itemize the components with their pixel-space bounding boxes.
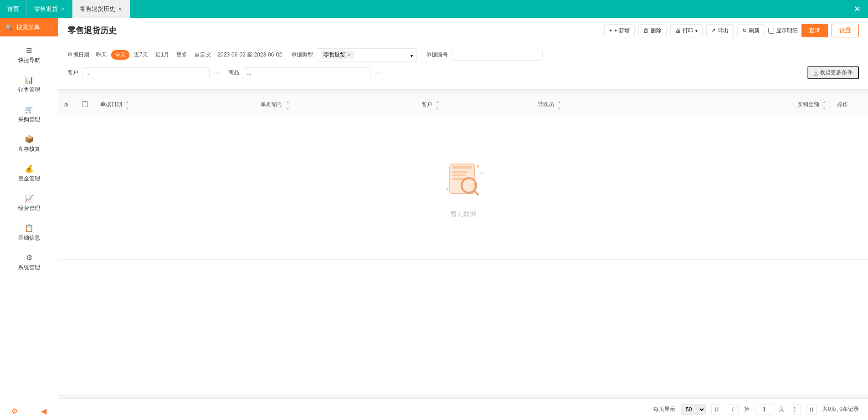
sidebar-item-sales-mgmt[interactable]: 📊 销售管理 [0, 70, 58, 99]
col-doc-date-label: 单据日期 [100, 101, 122, 108]
delete-button[interactable]: 🗑 删除 [638, 24, 667, 37]
query-button[interactable]: 查询 [801, 24, 828, 37]
app-close-button[interactable]: ✕ [847, 0, 868, 18]
add-button[interactable]: + + 新增 [604, 24, 635, 37]
sort-down-icon [822, 105, 826, 111]
tab-list: 首页 零售退货 ✕ 零售退货历史 ✕ [0, 0, 847, 18]
tab-retail-return-close[interactable]: ✕ [61, 6, 65, 12]
date-btn-custom[interactable]: 自定义 [192, 50, 214, 60]
filter-area: 单据日期 昨天 今天 近7天 近1月 更多 自定义 2023-06-02 至 2… [67, 43, 859, 89]
empty-row: 暂无数据 [58, 116, 868, 260]
page-label: 第 [744, 405, 750, 413]
customer-label: 客户 [67, 69, 78, 77]
print-dropdown-icon [695, 27, 698, 34]
system-mgmt-icon: ⚙ [25, 253, 34, 262]
tab-retail-return-history-close[interactable]: ✕ [118, 6, 122, 12]
content-area: 零售退货历史 + + 新增 🗑 删除 🖨 打印 [58, 18, 868, 420]
first-page-button[interactable]: ⟨⟨ [711, 404, 722, 415]
prev-page-button[interactable]: ⟨ [728, 404, 739, 415]
tab-home[interactable]: 首页 [0, 0, 27, 18]
sidebar-item-quick-nav-label: 快捷导航 [18, 56, 40, 64]
display-detail-checkbox[interactable] [768, 28, 774, 34]
goods-input[interactable] [243, 67, 370, 78]
print-button[interactable]: 🖨 打印 [670, 24, 703, 37]
customer-ellipsis-icon[interactable]: ··· [213, 69, 219, 77]
col-settings-icon[interactable]: ⚙ [64, 102, 69, 108]
export-button[interactable]: ↗ 导出 [706, 24, 734, 37]
empty-state: 暂无数据 [64, 121, 863, 255]
col-guide-sort[interactable] [558, 98, 561, 111]
sort-up-icon [558, 98, 561, 104]
col-amount-label: 实销金额 [797, 101, 819, 108]
sidebar-item-basic-info[interactable]: 📋 基础信息 [0, 218, 58, 247]
sort-up-icon [286, 98, 290, 104]
sidebar-item-inventory-mgmt[interactable]: 📦 库存核算 [0, 129, 58, 159]
page-title-row: 零售退货历史 + + 新增 🗑 删除 🖨 打印 [67, 24, 859, 37]
tab-retail-return-history[interactable]: 零售退货历史 ✕ [72, 0, 130, 18]
col-doc-no-sort[interactable] [286, 98, 290, 111]
col-doc-date-sort[interactable] [125, 98, 129, 111]
sidebar-item-purchase-mgmt-label: 采购管理 [18, 116, 40, 123]
sidebar-search-label: 搜索菜单 [16, 23, 40, 31]
svg-rect-2 [452, 171, 468, 173]
setting-button[interactable]: 设置 [832, 24, 859, 37]
col-amount: 实销金额 [671, 93, 832, 116]
doc-type-tag-close[interactable]: ✕ [347, 52, 351, 57]
goods-ellipsis-icon[interactable]: ··· [374, 69, 380, 77]
filter-row-1: 单据日期 昨天 今天 近7天 近1月 更多 自定义 2023-06-02 至 2… [67, 48, 859, 61]
next-page-button[interactable]: ⟩ [790, 404, 801, 415]
page-number-input[interactable] [755, 405, 773, 415]
collapse-sidebar-icon[interactable]: ◀ [41, 407, 46, 415]
date-btn-1month[interactable]: 近1月 [153, 50, 172, 60]
doc-type-label: 单据类型 [291, 51, 313, 59]
doc-type-select[interactable]: 零售退货 ✕ [317, 48, 417, 61]
sidebar-search[interactable]: 🔍 搜索菜单 [0, 18, 58, 36]
table-container: ⚙ 单据日期 单据编号 [58, 93, 868, 394]
page-size-select[interactable]: 10 20 50 100 [681, 404, 706, 415]
inventory-mgmt-icon: 📦 [25, 134, 34, 143]
col-customer-sort[interactable] [436, 98, 439, 111]
col-guide: 导购员 [532, 93, 671, 116]
sidebar-item-finance-mgmt[interactable]: 💰 资金管理 [0, 159, 58, 188]
date-filter: 单据日期 昨天 今天 近7天 近1月 更多 自定义 2023-06-02 至 2… [67, 50, 282, 60]
doc-type-tag: 零售退货 ✕ [321, 51, 354, 59]
collapse-filter-button[interactable]: △ 收起更多条件 [807, 66, 859, 79]
date-btn-yesterday[interactable]: 昨天 [93, 50, 109, 60]
select-all-checkbox[interactable] [82, 101, 88, 107]
refresh-button[interactable]: ↻ 刷新 [737, 24, 765, 37]
doc-no-input[interactable] [452, 50, 543, 61]
collapse-icon: △ [814, 70, 818, 76]
col-doc-no-label: 单据编号 [261, 101, 282, 108]
date-btn-today[interactable]: 今天 [111, 50, 129, 60]
print-icon: 🖨 [675, 27, 681, 34]
customer-input[interactable] [82, 67, 210, 78]
sort-up-icon [822, 98, 826, 104]
display-detail-checkbox-label[interactable]: 显示明细 [768, 27, 798, 35]
date-btn-more[interactable]: 更多 [174, 50, 190, 60]
sidebar-item-business-mgmt[interactable]: 📈 经营管理 [0, 188, 58, 218]
date-btn-7days[interactable]: 近7天 [131, 50, 151, 60]
business-mgmt-icon: 📈 [25, 194, 34, 203]
col-doc-date: 单据日期 [95, 93, 255, 116]
last-page-button[interactable]: ⟩⟩ [806, 404, 817, 415]
sidebar-item-quick-nav[interactable]: ⊞ 快捷导航 [0, 40, 58, 70]
doc-type-filter: 单据类型 零售退货 ✕ [291, 48, 417, 61]
col-doc-no: 单据编号 [255, 93, 416, 116]
col-amount-sort[interactable] [822, 98, 826, 111]
print-label: 打印 [683, 27, 693, 35]
sidebar-nav: ⊞ 快捷导航 📊 销售管理 🛒 采购管理 📦 库存核算 💰 资金管理 📈 [0, 36, 58, 402]
sidebar-item-system-mgmt[interactable]: ⚙ 系统管理 [0, 247, 58, 277]
tab-retail-return[interactable]: 零售退货 ✕ [27, 0, 72, 18]
svg-rect-3 [452, 174, 466, 176]
search-icon: 🔍 [5, 24, 13, 31]
sidebar-item-basic-info-label: 基础信息 [18, 234, 40, 242]
settings-bottom-icon[interactable]: ⚙ [11, 407, 18, 415]
col-customer: 客户 [416, 93, 533, 116]
col-customer-label: 客户 [421, 101, 432, 108]
display-detail-label: 显示明细 [776, 27, 798, 35]
sidebar-item-purchase-mgmt[interactable]: 🛒 采购管理 [0, 99, 58, 129]
toolbar: + + 新增 🗑 删除 🖨 打印 ↗ 导出 [604, 24, 859, 37]
add-icon: + [609, 27, 612, 34]
page-size-label: 每页显示 [653, 405, 675, 413]
date-range-display: 2023-06-02 至 2023-06-02 [217, 51, 282, 59]
